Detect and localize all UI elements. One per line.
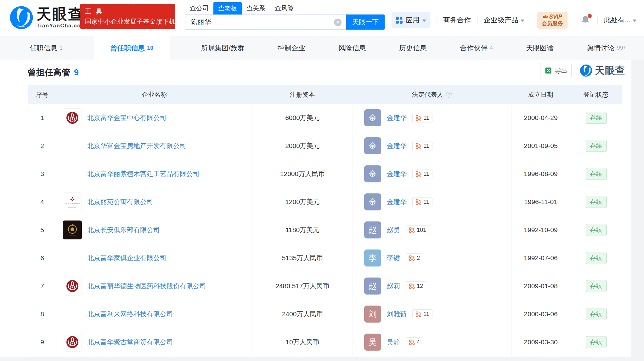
company-link[interactable]: 北京富华金宝中心有限公司 [87, 113, 167, 122]
legal-rep-avatar[interactable]: 金 [364, 109, 381, 126]
search-button[interactable]: 天眼一下 [346, 14, 385, 30]
legal-rep-link[interactable]: 金建华 [387, 141, 407, 150]
company-link[interactable]: 北京华富金宝房地产开发有限公司 [87, 141, 186, 150]
legal-rep-link[interactable]: 李键 [387, 254, 400, 262]
help-icon[interactable]: ? [446, 92, 452, 98]
company-logo[interactable]: 富华家俱 [63, 249, 82, 267]
page-tab-1[interactable]: 任职信息1 [28, 36, 65, 60]
legal-rep-avatar[interactable]: 金 [364, 137, 381, 154]
status-badge: 存续 [586, 252, 607, 264]
col-header-status: 登记状态 [570, 90, 622, 99]
related-companies-count: 11 [423, 199, 429, 205]
status-badge: 存续 [586, 336, 607, 348]
company-link[interactable]: 北京富华聚古堂商贸有限公司 [87, 338, 173, 347]
page-tab-2[interactable]: 曾任职信息10 [94, 36, 170, 60]
company-logo[interactable] [63, 221, 82, 239]
related-companies-badge[interactable]: 11 [412, 309, 432, 319]
section-title: 曾担任高管 9 [28, 67, 79, 78]
page-tab-label: 控制企业 [278, 43, 305, 53]
legal-rep-avatar[interactable]: 赵 [364, 221, 381, 238]
legal-rep-link[interactable]: 金建华 [387, 169, 407, 178]
page-tab-4[interactable]: 控制企业 [276, 36, 307, 60]
related-companies-badge[interactable]: 101 [406, 225, 429, 235]
legal-rep-avatar[interactable]: 金 [364, 165, 381, 182]
legal-rep-avatar[interactable]: 李 [364, 249, 381, 266]
section-title-text: 曾担任高管 [28, 67, 70, 78]
registered-capital: 5135万人民币 [282, 254, 323, 262]
company-link[interactable]: 北京富利来网络科技有限公司 [87, 310, 173, 318]
company-logo[interactable]: LEE GARDEN [63, 192, 82, 211]
page-tab-8[interactable]: 天眼图谱 [524, 36, 556, 60]
search-tab-relation[interactable]: 查关系 [242, 2, 270, 14]
status-badge: 存续 [586, 168, 607, 180]
related-companies-badge[interactable]: 4 [406, 337, 423, 347]
org-chart-icon [409, 339, 415, 345]
tianyancha-logo-icon [9, 6, 33, 30]
legal-rep-avatar[interactable]: 金 [364, 193, 381, 210]
search-tab-risk[interactable]: 查风险 [270, 2, 298, 14]
table-body: 1 北京富华金宝中心有限公司 6000万美元 金 金建华 11 2000-04-… [28, 104, 622, 356]
related-companies-count: 4 [417, 339, 420, 346]
related-companies-count: 11 [423, 115, 429, 121]
nav-business-cooperation[interactable]: 商务合作 [443, 15, 471, 25]
company-logo[interactable] [63, 277, 82, 295]
legal-rep-link[interactable]: 吴静 [387, 338, 400, 347]
status-badge: 存续 [586, 140, 607, 152]
page-tab-6[interactable]: 历史信息 [397, 36, 429, 60]
legal-rep-link[interactable]: 赵勇 [387, 226, 400, 234]
company-logo[interactable] [63, 333, 82, 352]
legal-rep-link[interactable]: 赵莉 [387, 282, 400, 290]
apps-menu-button[interactable]: 应用 [392, 12, 430, 28]
company-link[interactable]: 北京丽苑公寓有限公司 [87, 198, 153, 206]
page-tab-5[interactable]: 风险信息 [336, 36, 368, 60]
table-header-row: 序号 企业名称 注册资本 法定代表人 ? 成立日期 登记状态 [28, 85, 622, 104]
page-tab-label: 天眼图谱 [526, 43, 554, 53]
page-tab-7[interactable]: 合作伙伴4 [458, 36, 495, 60]
company-link[interactable]: 北京富华丽紫檀木宫廷工艺品有限公司 [87, 169, 200, 178]
related-companies-badge[interactable]: 2 [406, 253, 423, 263]
clear-search-icon[interactable]: × [334, 19, 342, 26]
legal-rep-link[interactable]: 金建华 [387, 113, 407, 122]
table-row: 5 北京长安俱乐部有限公司 1180万美元 赵 赵勇 101 1992-10-0… [28, 216, 622, 244]
related-companies-badge[interactable]: 11 [412, 169, 432, 179]
col-header-legal-rep: 法定代表人 ? [353, 90, 511, 99]
nav-enterprise-products[interactable]: 企业级产品 [484, 15, 524, 25]
registered-capital: 1200万美元 [285, 198, 320, 206]
user-account-menu[interactable]: 此处有... [604, 15, 636, 25]
search-input[interactable] [190, 18, 329, 26]
related-companies-count: 11 [423, 143, 429, 149]
legal-rep-avatar[interactable]: 刘 [364, 306, 381, 323]
registered-capital: 1180万美元 [285, 226, 319, 234]
legal-rep-avatar[interactable]: 赵 [364, 278, 381, 295]
page-tab-9[interactable]: 舆情讨论99+ [585, 36, 628, 60]
founded-date: 2001-09-05 [524, 142, 557, 150]
org-chart-icon [409, 227, 415, 233]
legal-rep-avatar[interactable]: 吴 [364, 334, 381, 351]
logo-text-line: 金宝 [67, 146, 78, 153]
company-link[interactable]: 北京富丽华德生物医药科技股份有限公司 [87, 282, 206, 290]
search-tab-company[interactable]: 查公司 [185, 2, 213, 14]
export-button[interactable]: 导出 [540, 63, 572, 78]
page-tab-label: 合作伙伴 [460, 43, 488, 53]
related-companies-badge[interactable]: 11 [412, 141, 432, 151]
brand-name: 天眼查 [37, 6, 86, 22]
company-logo[interactable]: 华富金宝 [63, 136, 82, 155]
col-header-capital: 注册资本 [252, 90, 353, 99]
company-link[interactable]: 北京富华家俱企业有限公司 [87, 254, 167, 262]
legal-rep-link[interactable]: 刘雅茹 [387, 310, 407, 318]
company-link[interactable]: 北京长安俱乐部有限公司 [87, 226, 160, 234]
legal-rep-link[interactable]: 金建华 [387, 198, 407, 206]
executives-table: 序号 企业名称 注册资本 法定代表人 ? 成立日期 登记状态 1 北京富华金宝中… [28, 85, 622, 356]
search-tab-boss[interactable]: 查老板 [213, 2, 242, 14]
related-companies-badge[interactable]: 12 [406, 281, 426, 291]
company-logo[interactable]: 富华丽 [63, 164, 82, 183]
svip-label: SVIP [549, 13, 562, 20]
company-logo[interactable] [63, 108, 82, 127]
svip-member-button[interactable]: SVIP 会员服务 [537, 12, 568, 29]
related-companies-badge[interactable]: 11 [412, 197, 432, 207]
related-companies-badge[interactable]: 11 [412, 113, 432, 123]
notifications-bell-icon[interactable] [580, 15, 591, 26]
org-chart-icon [409, 255, 415, 261]
company-logo[interactable]: 富利来 [63, 305, 82, 324]
page-tab-3[interactable]: 所属集团/族群 [199, 36, 246, 60]
